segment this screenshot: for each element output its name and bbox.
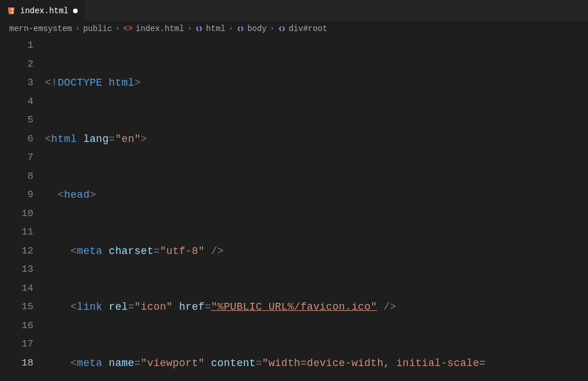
line-number-gutter: 1 2 3 4 5 6 7 8 9 10 11 12 13 14 15 16 1… xyxy=(0,36,45,381)
crumb-folder[interactable]: public xyxy=(83,24,112,33)
code-area[interactable]: <!DOCTYPE html> <html lang="en"> <head> … xyxy=(45,36,588,381)
code-line: <!DOCTYPE html> xyxy=(45,74,588,93)
code-line: <html lang="en"> xyxy=(45,130,588,149)
tab-bar: index.html xyxy=(0,0,588,21)
symbol-icon xyxy=(195,25,203,33)
chevron-right-icon: › xyxy=(270,25,274,33)
modified-indicator-icon xyxy=(73,9,78,13)
crumb-file[interactable]: <> index.html xyxy=(123,24,184,33)
code-line: <link rel="icon" href="%PUBLIC_URL%/favi… xyxy=(45,298,588,317)
chevron-right-icon: › xyxy=(188,25,192,33)
chevron-right-icon: › xyxy=(229,25,233,33)
tab-index-html[interactable]: index.html xyxy=(0,0,85,21)
crumb-project[interactable]: mern-emsystem xyxy=(9,24,72,33)
symbol-icon xyxy=(236,25,245,33)
crumb-symbol-div-root[interactable]: div#root xyxy=(278,24,327,33)
crumb-symbol-body[interactable]: body xyxy=(236,24,267,33)
crumb-symbol-html[interactable]: html xyxy=(195,24,226,33)
html-file-icon: <> xyxy=(123,24,133,33)
code-line: <meta name="viewport" content="width=dev… xyxy=(45,354,588,373)
tab-filename: index.html xyxy=(20,6,68,16)
chevron-right-icon: › xyxy=(75,25,79,33)
chevron-right-icon: › xyxy=(116,25,120,33)
editor[interactable]: 1 2 3 4 5 6 7 8 9 10 11 12 13 14 15 16 1… xyxy=(0,36,588,381)
code-line: <head> xyxy=(45,186,588,205)
html-file-icon xyxy=(7,6,16,15)
code-line: <meta charset="utf-8" /> xyxy=(45,242,588,261)
symbol-icon xyxy=(278,25,286,33)
breadcrumb: mern-emsystem › public › <> index.html ›… xyxy=(0,21,588,36)
